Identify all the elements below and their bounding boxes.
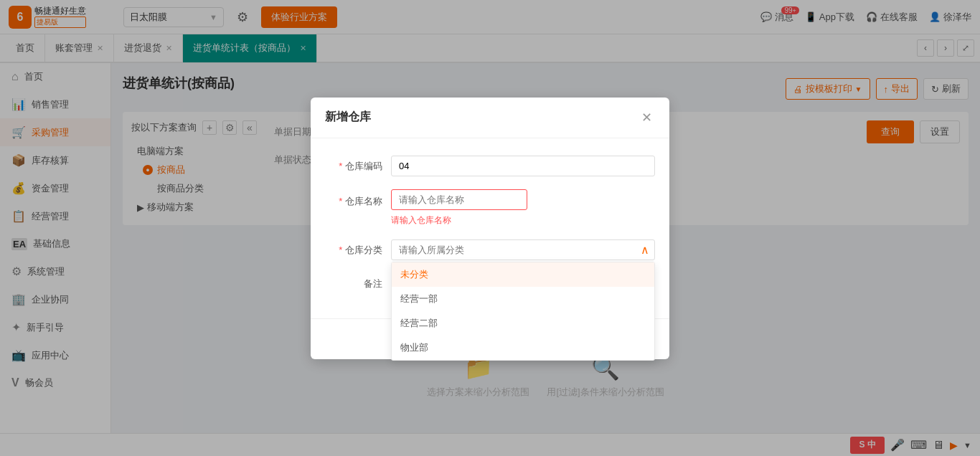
category-dropdown: 未分类 经营一部 经营二部 物业部 xyxy=(391,262,655,361)
modal-header: 新增仓库 ✕ xyxy=(311,98,669,138)
dropdown-item-dept2[interactable]: 经营二部 xyxy=(392,311,654,336)
category-select-wrapper: ∧ 未分类 经营一部 经营二部 物业部 xyxy=(391,239,655,260)
category-row: 仓库分类 ∧ 未分类 经营一部 经营二部 物业部 xyxy=(325,239,655,260)
category-input[interactable] xyxy=(391,239,655,260)
code-row: 仓库编码 xyxy=(325,156,655,176)
dropdown-item-dept1[interactable]: 经营一部 xyxy=(392,287,654,311)
modal-title: 新增仓库 xyxy=(325,110,371,125)
note-label: 备注 xyxy=(325,273,382,290)
modal-close-button[interactable]: ✕ xyxy=(638,109,655,126)
category-label: 仓库分类 xyxy=(325,239,382,257)
name-input[interactable] xyxy=(391,189,527,210)
modal-body: 仓库编码 仓库名称 请输入仓库名称 仓库分类 ∧ xyxy=(311,138,669,318)
name-row: 仓库名称 请输入仓库名称 xyxy=(325,189,655,227)
dropdown-item-uncategorized[interactable]: 未分类 xyxy=(392,262,654,287)
dropdown-item-property[interactable]: 物业部 xyxy=(392,336,654,360)
code-label: 仓库编码 xyxy=(325,156,382,173)
code-input[interactable] xyxy=(391,156,655,176)
add-warehouse-modal: 新增仓库 ✕ 仓库编码 仓库名称 请输入仓库名称 xyxy=(311,98,669,359)
name-error-message: 请输入仓库名称 xyxy=(391,214,451,227)
modal-overlay: 新增仓库 ✕ 仓库编码 仓库名称 请输入仓库名称 xyxy=(0,0,980,456)
name-label: 仓库名称 xyxy=(325,191,382,208)
